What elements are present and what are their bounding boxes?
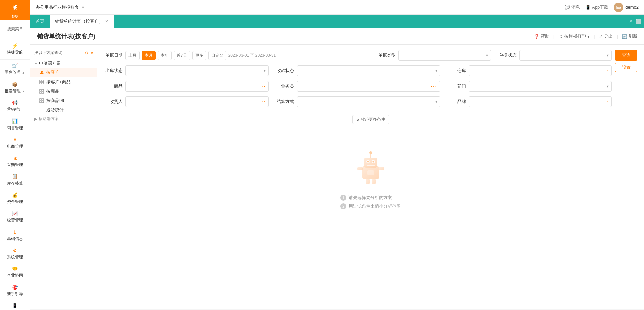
date-btn-more[interactable]: 更多 bbox=[192, 51, 206, 60]
tab-sales-stats[interactable]: 销货单统计表（按客户） ✕ bbox=[50, 15, 114, 28]
svg-text:畅: 畅 bbox=[13, 5, 17, 10]
topbar-title: 办公用品行业模拟账套 bbox=[36, 4, 79, 10]
tip-number-1: 1 bbox=[340, 195, 346, 201]
search-menu-item[interactable]: 搜索菜单 bbox=[0, 23, 30, 35]
scheme-item-by-customer[interactable]: 按客户 bbox=[30, 68, 97, 77]
warehouse-input[interactable]: ··· bbox=[469, 65, 612, 76]
date-btn-this-month[interactable]: 本月 bbox=[142, 51, 156, 60]
payment-chevron-icon: ▾ bbox=[435, 68, 437, 73]
app-download-icon: 📱 bbox=[585, 5, 591, 10]
tab-home[interactable]: 首页 bbox=[30, 15, 50, 28]
query-button[interactable]: 查询 bbox=[615, 50, 637, 61]
date-btn-this-year[interactable]: 本年 bbox=[158, 51, 172, 60]
close-window-icon[interactable]: ✕ bbox=[629, 19, 633, 24]
help-btn[interactable]: ❓ 帮助 bbox=[534, 33, 549, 39]
sidebar-item-enterprise[interactable]: 🤝 企业协同 bbox=[0, 263, 30, 281]
scheme-item-by-customer-goods[interactable]: 按客户+商品 bbox=[30, 77, 97, 87]
receiver-label: 收货人 bbox=[104, 99, 123, 105]
maximize-icon[interactable]: ⬜ bbox=[636, 19, 641, 24]
export-btn[interactable]: ↗ 导出 bbox=[599, 33, 613, 39]
date-btn-last-7-days[interactable]: 近7天 bbox=[174, 51, 190, 60]
goods-dots: ··· bbox=[259, 83, 266, 89]
sidebar-item-marketing[interactable]: 📢 营销推广 bbox=[0, 97, 30, 115]
main-content: 办公用品行业模拟账套 ▾ 💬 消息 📱 App下载 Ea demo2 首页 bbox=[30, 0, 644, 310]
scheme-item-return-stats-label: 退货统计 bbox=[46, 107, 64, 113]
app-center-icon: 📱 bbox=[12, 302, 18, 309]
sidebar-item-ops-label: 经营管理 bbox=[7, 217, 23, 223]
date-label: 单据日期 bbox=[104, 52, 123, 58]
settlement-label: 结算方式 bbox=[275, 99, 294, 105]
scheme-settings-btn[interactable]: ⚙ bbox=[85, 51, 89, 55]
date-btn-custom[interactable]: 自定义 bbox=[208, 51, 226, 60]
retail-icon: 🛒 bbox=[12, 62, 18, 69]
tab-maximize-controls: ✕ ⬜ bbox=[629, 19, 641, 24]
export-label: 导出 bbox=[604, 33, 613, 39]
sidebar-item-app-center[interactable]: 📱 应用中心 bbox=[0, 300, 30, 310]
sidebar-item-purchase[interactable]: 🛍 采购管理 bbox=[0, 152, 30, 170]
basic-info-icon: ℹ bbox=[12, 228, 18, 235]
outbound-input[interactable]: ▾ bbox=[125, 65, 269, 76]
doc-type-input[interactable]: ▾ bbox=[398, 50, 491, 61]
scheme-item-by-goods-99[interactable]: 按商品99 bbox=[30, 96, 97, 105]
tabbar: 首页 销货单统计表（按客户） ✕ ✕ ⬜ bbox=[30, 15, 644, 28]
panel-collapse-btn[interactable]: « bbox=[91, 51, 93, 55]
goods-input[interactable]: ··· bbox=[125, 81, 269, 92]
receiver-input[interactable]: ··· bbox=[125, 96, 269, 107]
tab-close-icon[interactable]: ✕ bbox=[105, 19, 108, 24]
empty-illustration bbox=[351, 148, 391, 188]
sidebar-item-retail-mgmt[interactable]: 🛒 零售管理 ▲ bbox=[0, 60, 30, 78]
scheme-item-by-customer-label: 按客户 bbox=[46, 69, 59, 75]
scheme-group-pc: ▼ 电脑端方案 按客户 bbox=[30, 59, 97, 115]
doc-status-input[interactable]: ▾ bbox=[519, 50, 612, 61]
sidebar-item-basic-info[interactable]: ℹ 基础信息 bbox=[0, 226, 30, 244]
sidebar-item-wholesale-mgmt[interactable]: 📦 批发管理 ▲ bbox=[0, 78, 30, 97]
template-print-btn[interactable]: 🖨 按模板打印 ▾ bbox=[558, 33, 590, 39]
salesperson-input[interactable]: ··· bbox=[297, 81, 440, 92]
print-arrow-icon: ▾ bbox=[587, 34, 590, 39]
page-content: 销货单统计表(按客户) ❓ 帮助 | 🖨 按模板打印 ▾ | ↗ 导出 | bbox=[30, 28, 644, 310]
svg-rect-20 bbox=[364, 158, 377, 168]
scheme-group-mobile-title[interactable]: ▶ 移动端方案 bbox=[30, 115, 97, 123]
tab-home-label: 首页 bbox=[36, 18, 44, 24]
scheme-item-by-goods[interactable]: 按商品 bbox=[30, 87, 97, 96]
sidebar-item-ops[interactable]: 📈 经营管理 bbox=[0, 207, 30, 226]
sidebar-item-quick-nav[interactable]: ⚡ 快捷导航 bbox=[0, 40, 30, 58]
receiver-dots: ··· bbox=[259, 99, 266, 105]
sidebar-item-wholesale-label: 批发管理 ▲ bbox=[5, 88, 25, 94]
svg-point-24 bbox=[373, 161, 374, 163]
sidebar-item-inventory[interactable]: 📋 库存核算 bbox=[0, 170, 30, 189]
quick-nav-icon: ⚡ bbox=[12, 42, 18, 49]
collapse-more-btn[interactable]: ∧ 收起更多条件 bbox=[352, 115, 389, 124]
sidebar-item-ecommerce[interactable]: 🖥 电商管理 bbox=[0, 134, 30, 152]
filter-warehouse: 仓库 ··· bbox=[447, 65, 612, 76]
svg-rect-3 bbox=[40, 80, 41, 82]
filter-salesperson: 业务员 ··· bbox=[275, 81, 440, 92]
app-logo[interactable]: 畅 标版 bbox=[0, 0, 30, 20]
scheme-group-pc-title[interactable]: ▼ 电脑端方案 bbox=[30, 59, 97, 68]
payment-input[interactable]: ▾ bbox=[297, 65, 440, 76]
refresh-icon: 🔄 bbox=[622, 34, 627, 39]
scheme-item-return-stats[interactable]: 退货统计 bbox=[30, 105, 97, 115]
sidebar-item-enterprise-label: 企业协同 bbox=[7, 273, 23, 278]
inventory-icon: 📋 bbox=[12, 173, 18, 180]
user-section[interactable]: Ea demo2 bbox=[614, 3, 639, 12]
goods-label: 商品 bbox=[104, 83, 123, 89]
quick-nav-section: ⚡ 快捷导航 bbox=[0, 38, 30, 60]
sidebar-item-newbie[interactable]: 🎯 新手引导 bbox=[0, 281, 30, 300]
app-download-btn[interactable]: 📱 App下载 bbox=[585, 4, 608, 10]
date-btn-last-month[interactable]: 上月 bbox=[125, 51, 140, 60]
message-btn[interactable]: 💬 消息 bbox=[565, 4, 580, 10]
svg-rect-8 bbox=[42, 89, 44, 91]
filter-row-4: 收货人 ··· 结算方式 ▾ bbox=[104, 96, 612, 107]
sidebar-item-sales-mgmt[interactable]: 📊 销售管理 bbox=[0, 115, 30, 134]
sidebar-item-finance[interactable]: 💰 资金管理 bbox=[0, 189, 30, 207]
refresh-btn[interactable]: 🔄 刷新 bbox=[622, 33, 637, 39]
add-scheme-btn[interactable]: + bbox=[80, 51, 83, 55]
settlement-input[interactable]: ▾ bbox=[297, 96, 440, 107]
brand-input[interactable]: ··· bbox=[469, 96, 612, 107]
scheme-group-mobile-label: 移动端方案 bbox=[39, 116, 59, 122]
topbar-dropdown-icon[interactable]: ▾ bbox=[82, 5, 84, 10]
settings-button[interactable]: 设置 bbox=[615, 63, 637, 72]
sidebar-item-system[interactable]: ⚙ 系统管理 bbox=[0, 244, 30, 263]
department-input[interactable]: ▾ bbox=[469, 81, 612, 92]
